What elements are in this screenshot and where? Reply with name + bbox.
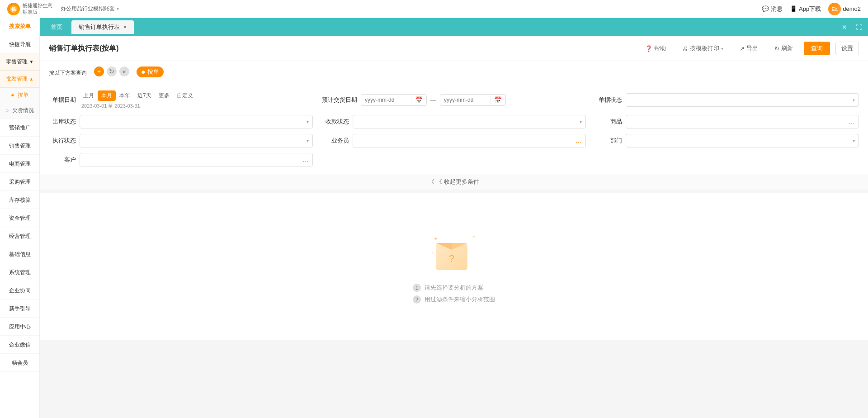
expected-date-from-input[interactable] [361, 95, 411, 105]
tab-close-icon[interactable]: × [123, 24, 127, 30]
sidebar-item-receivable[interactable]: ○ 欠货情况 [0, 103, 39, 119]
ship-status-dropdown[interactable]: ▾ [80, 115, 313, 128]
salesperson-selector[interactable]: … [353, 134, 586, 147]
receivable-label: 欠货情况 [12, 107, 34, 114]
customer-dots-icon[interactable]: … [302, 156, 309, 163]
wholesale-label: 批发管理 [6, 75, 28, 83]
app-download-button[interactable]: 📱 App下载 [790, 5, 821, 13]
collapse-more-button[interactable]: 《 《 收起更多条件 [40, 174, 868, 190]
logo-icon: 畅 [7, 3, 20, 15]
breadcrumb[interactable]: 办公用品行业模拟账套 ▾ [61, 5, 119, 13]
date-tab-this-year[interactable]: 本年 [116, 90, 134, 101]
close-window-icon: ✕ [842, 24, 847, 31]
sidebar-item-search-menu[interactable]: 搜索菜单 [0, 18, 39, 35]
svg-text:✦: ✦ [431, 251, 434, 255]
settings-button[interactable]: 设置 [835, 42, 859, 55]
tab-maximize-button[interactable]: ⛶ [854, 22, 864, 33]
sidebar-item-wholesale-mgmt[interactable]: 批发管理 ▲ [0, 71, 39, 88]
payment-status-chevron-icon: ▾ [580, 119, 582, 124]
sidebar-item-operations[interactable]: 经营管理 [0, 227, 39, 245]
finance-label: 资金管理 [2, 214, 38, 222]
date-tab-last-month[interactable]: 上月 [80, 90, 98, 101]
calendar-to-icon[interactable]: 📅 [490, 95, 505, 105]
goods-selector[interactable]: … [626, 115, 859, 128]
add-scheme-button[interactable]: + [94, 66, 104, 76]
refresh-scheme-icon: ↻ [109, 68, 114, 75]
message-button[interactable]: 💬 消息 [762, 5, 783, 13]
wholesale-chevron-icon: ▲ [29, 76, 34, 81]
sales-mgmt-label: 销售管理 [2, 142, 38, 150]
sidebar-item-marketing[interactable]: 营销推广 [0, 119, 39, 137]
retail-chevron-icon: ▼ [29, 59, 34, 64]
export-button[interactable]: ↗ 导出 [734, 42, 764, 55]
svg-text:畅: 畅 [11, 7, 16, 12]
scheme-section-label: 按以下方案查询 [49, 66, 87, 77]
sidebar-item-member[interactable]: 畅会员 [0, 354, 39, 372]
calendar-from-icon[interactable]: 📅 [411, 95, 426, 105]
collapse-scheme-button[interactable]: « [119, 66, 129, 76]
logo-text: 畅捷通好生意 标准版 [23, 3, 52, 14]
date-tab-more[interactable]: 更多 [155, 90, 173, 101]
scheme-press[interactable]: ● 按单 [137, 66, 164, 77]
collapse-arrow-icon: 《 [429, 178, 436, 185]
page-header: 销售订单执行表(按单) ❓ 帮助 🖨 按模板打印 ▾ ↗ 导出 [40, 36, 868, 61]
expected-date-label: 预计交货日期 [322, 96, 357, 104]
payment-status-dropdown[interactable]: ▾ [353, 115, 586, 128]
collapse-more-label: 《 收起更多条件 [436, 178, 479, 185]
message-icon: 💬 [762, 5, 769, 12]
page-title: 销售订单执行表(按单) [49, 44, 119, 53]
sidebar-item-app-center[interactable]: 应用中心 [0, 318, 39, 336]
marketing-label: 营销推广 [2, 124, 38, 132]
exec-status-dropdown[interactable]: ▾ [80, 134, 313, 147]
sidebar-item-system[interactable]: 系统管理 [0, 263, 39, 281]
sidebar-item-basics[interactable]: 基础信息 [0, 245, 39, 263]
filter-payment-status: 收款状态 ▾ [322, 115, 586, 128]
member-label: 畅会员 [2, 359, 38, 367]
sidebar-item-retail-mgmt[interactable]: 零售管理 ▼ [0, 53, 39, 71]
sidebar-item-quick-nav[interactable]: 快捷导航 [0, 35, 39, 53]
doc-status-chevron-icon: ▾ [853, 98, 855, 103]
query-button[interactable]: 查询 [804, 42, 830, 55]
filter-single-date: 单据日期 上月 本月 本年 近7天 更多 自定义 2023-03-01 至 20… [49, 90, 313, 109]
sidebar-item-enterprise-wechat[interactable]: 企业微信 [0, 336, 39, 354]
date-tab-custom[interactable]: 自定义 [173, 90, 197, 101]
date-tab-7days[interactable]: 近7天 [134, 90, 155, 101]
sidebar-item-ecommerce[interactable]: 电商管理 [0, 155, 39, 173]
help-button[interactable]: ❓ 帮助 [640, 42, 671, 55]
svg-text:?: ? [449, 253, 454, 264]
template-print-button[interactable]: 🖨 按模板打印 ▾ [677, 42, 729, 55]
expected-date-to-group: 📅 [440, 94, 506, 106]
refresh-scheme-button[interactable]: ↻ [107, 66, 117, 76]
salesperson-dots-icon[interactable]: … [576, 137, 582, 144]
tab-sales-order[interactable]: 销售订单执行表 × [71, 20, 134, 34]
basics-label: 基础信息 [2, 251, 38, 258]
expected-date-to-input[interactable] [440, 95, 490, 105]
filter-area: 按以下方案查询 + ↻ « ● 按单 [40, 61, 868, 190]
receivable-dot-icon: ○ [5, 107, 9, 114]
sidebar-item-purchase[interactable]: 采购管理 [0, 173, 39, 191]
customer-selector[interactable]: … [80, 153, 313, 166]
filter-scheme-row: 按以下方案查询 + ↻ « ● 按单 [40, 61, 868, 83]
sidebar-item-finance[interactable]: 资金管理 [0, 209, 39, 227]
sidebar-item-sales-mgmt[interactable]: 销售管理 [0, 137, 39, 155]
breadcrumb-arrow-icon: ▾ [117, 6, 119, 11]
sidebar-item-inventory[interactable]: 库存核算 [0, 191, 39, 209]
filter-doc-status: 单据状态 ▾ [595, 90, 859, 109]
goods-dots-icon[interactable]: … [849, 118, 855, 125]
date-tab-this-month[interactable]: 本月 [98, 90, 116, 101]
header-left: 畅 畅捷通好生意 标准版 办公用品行业模拟账套 ▾ [7, 3, 119, 15]
empty-illustration: ? ✦ ✦ ✦ [427, 229, 481, 275]
sidebar-item-enterprise[interactable]: 企业协同 [0, 281, 39, 299]
user-profile[interactable]: Ea demo2 [828, 3, 861, 15]
tab-home[interactable]: 首页 [43, 20, 70, 34]
sidebar-item-new-guide[interactable]: 新手引导 [0, 299, 39, 318]
purchase-label: 采购管理 [2, 178, 38, 186]
doc-status-dropdown[interactable]: ▾ [626, 93, 859, 107]
tab-close-window-button[interactable]: ✕ [839, 22, 850, 33]
step1-num: 1 [413, 284, 421, 292]
sidebar-item-press[interactable]: ● 按单 [0, 88, 39, 103]
refresh-button[interactable]: ↻ 刷新 [769, 42, 798, 55]
dept-dropdown[interactable]: ▾ [626, 134, 859, 147]
dept-chevron-icon: ▾ [853, 138, 855, 143]
expected-date-from-group: 📅 [361, 94, 427, 106]
